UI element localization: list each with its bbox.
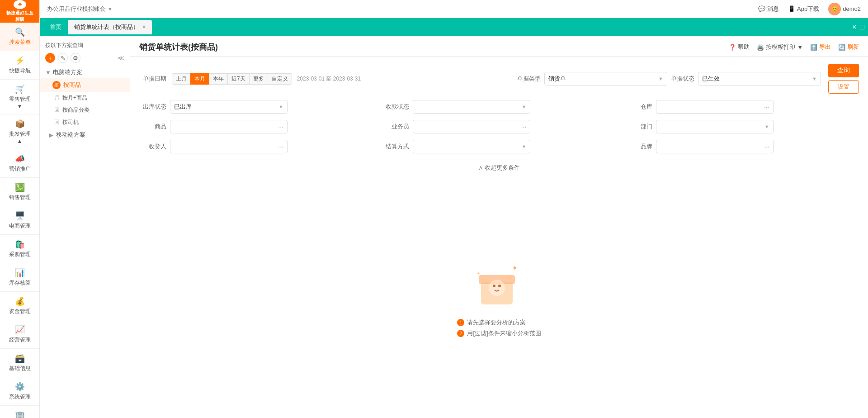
doc-status-value: 已生效 [702,75,720,83]
sidebar-item-marketing-label: 营销推广 [9,165,31,173]
refresh-btn[interactable]: 🔄 刷新 [838,43,859,51]
filter-row-4: 收货人 ··· 结算方式 ▼ 品牌 [139,140,859,153]
goods-input[interactable]: ··· [170,120,288,133]
sidebar-item-system[interactable]: ⚙️ 系统管理 [0,377,40,406]
scheme-desktop-group[interactable]: ▼ 电脑端方案 [40,66,130,78]
doc-status-label: 单据状态 [667,75,698,83]
date-tab-more[interactable]: 更多 [249,73,268,85]
collapse-row[interactable]: ∧ 收起更多条件 [139,160,859,176]
scheme-subitem-by-category[interactable]: 回 按商品分类 [40,104,130,116]
app-dropdown-icon[interactable]: ▼ [108,6,113,12]
sidebar-item-basic[interactable]: 🗃️ 基础信息 [0,349,40,377]
sidebar-item-purchase[interactable]: 🛍️ 采购管理 [0,235,40,263]
month-goods-label: 按月+商品 [62,94,87,102]
sidebar-item-shortcut[interactable]: ⚡ 快捷导航 [0,51,40,80]
date-tabs: 上月 本月 本年 近7天 更多 自定义 [172,73,292,85]
out-status-label: 出库状态 [139,103,170,111]
svg-text:✦: ✦ [512,264,518,272]
date-tab-week[interactable]: 近7天 [227,73,250,85]
download-item[interactable]: 📱 App下载 [788,5,819,13]
app-name: 办公用品行业模拟账套 ▼ [47,5,113,13]
dept-label: 部门 [625,123,656,131]
recipient-input[interactable]: ··· [170,140,288,153]
scheme-subitem-by-driver[interactable]: 回 按司机 [40,116,130,128]
sidebar-item-marketing[interactable]: 📣 营销推广 [0,149,40,178]
retail-expand-icon: ▼ [17,103,23,109]
date-tab-prev[interactable]: 上月 [172,73,191,85]
filter-field-out-status: 出库状态 已出库 ▼ [139,100,373,114]
user-avatar: 😊 [828,3,841,15]
goods-dots[interactable]: ··· [278,123,283,130]
user-item[interactable]: 😊 demo2 [828,3,861,15]
empty-num-1: 1 [457,319,464,326]
receipt-status-select[interactable]: ▼ [413,100,530,114]
payment-select[interactable]: ▼ [413,140,530,153]
sidebar-item-sales[interactable]: 💹 销售管理 [0,178,40,206]
sidebar-item-operation[interactable]: 📈 经营管理 [0,320,40,349]
export-btn[interactable]: ⬆️ 导出 [810,43,831,51]
message-item[interactable]: 💬 消息 [758,5,779,13]
logo-icon: ✦ [14,0,26,9]
scheme-item-by-goods[interactable]: 按 按商品 [40,78,130,92]
sidebar-item-ecommerce[interactable]: 🖥️ 电商管理 [0,206,40,235]
brand-input[interactable]: ··· [656,140,774,153]
scheme-edit-btn[interactable]: ✎ [58,53,68,63]
salesperson-dots[interactable]: ··· [521,123,527,130]
scheme-edit-icon: ✎ [61,55,66,62]
sidebar-item-search[interactable]: 🔍 搜索菜单 [0,23,40,51]
finance-icon: 💰 [15,296,25,306]
empty-tip-2-text: 用[过滤]条件来缩小分析范围 [467,329,541,337]
sidebar-item-basic-label: 基础信息 [9,365,31,372]
content-area: 按以下方案查询 + ✎ ⚙ ≪ ▼ 电脑端方案 [40,36,868,418]
salesperson-input[interactable]: ··· [413,120,530,133]
sidebar-item-retail[interactable]: 🛒 零售管理 ▼ [0,80,40,114]
date-tab-curr[interactable]: 本月 [190,73,209,85]
sidebar-item-operation-label: 经营管理 [9,336,31,344]
set-btn[interactable]: 设置 [828,80,859,94]
empty-tip-1-text: 请先选择要分析的方案 [467,318,526,327]
system-icon: ⚙️ [15,382,25,392]
doc-type-label: 单据类型 [514,75,544,83]
dept-select[interactable]: ▼ [656,120,774,133]
sidebar-item-wholesale[interactable]: 📦 批发管理 ▲ [0,114,40,149]
sidebar-item-purchase-label: 采购管理 [9,251,31,258]
tab-close-icon[interactable]: × [142,24,146,30]
recipient-dots[interactable]: ··· [278,143,283,150]
scheme-panel: 按以下方案查询 + ✎ ⚙ ≪ ▼ 电脑端方案 [40,36,130,418]
tab-active[interactable]: 销货单统计表（按商品） × [68,20,152,34]
scheme-mobile-group[interactable]: ▶ 移动端方案 [40,128,130,141]
sidebar-item-retail-label: 零售管理 [9,95,31,103]
category-label: 按商品分类 [62,106,90,114]
print-btn[interactable]: 🖨️ 按模板打印 ▼ [757,43,803,51]
filter-field-date: 单据日期 上月 本月 本年 近7天 更多 自定义 2023-03-01 至 20… [139,73,514,85]
warehouse-dots[interactable]: ··· [764,103,769,110]
brand-dots[interactable]: ··· [764,143,769,150]
sidebar-item-corp[interactable]: 🏢 企业协同 [0,406,40,418]
filter-field-warehouse: 仓库 ··· [625,100,859,114]
scheme-header-label: 按以下方案查询 [45,42,83,49]
doc-type-select[interactable]: 销货单 ▼ [544,72,667,86]
sales-icon: 💹 [15,182,25,192]
date-tab-custom[interactable]: 自定义 [268,73,292,85]
query-btn[interactable]: 查询 [828,64,859,77]
maximize-icon[interactable]: □ [860,23,864,31]
sidebar-item-inventory-label: 库存核算 [9,279,31,287]
sidebar-item-inventory[interactable]: 📊 库存核算 [0,263,40,292]
svg-text:✦: ✦ [476,271,480,276]
out-status-select[interactable]: 已出库 ▼ [170,100,288,114]
svg-point-5 [498,285,501,287]
scheme-collapse-btn[interactable]: ≪ [118,54,124,62]
retail-icon: 🛒 [15,84,25,94]
help-btn[interactable]: ❓ 帮助 [729,43,750,51]
minimize-icon[interactable]: × [852,23,856,31]
scheme-settings-btn[interactable]: ⚙ [71,53,80,63]
tab-bar: 首页 销货单统计表（按商品） × × □ [40,18,868,36]
date-tab-year[interactable]: 本年 [209,73,228,85]
warehouse-input[interactable]: ··· [656,100,774,114]
sidebar-item-finance[interactable]: 💰 资金管理 [0,292,40,320]
tab-home[interactable]: 首页 [43,20,68,34]
scheme-subitem-month-goods[interactable]: 月 按月+商品 [40,92,130,104]
doc-type-value: 销货单 [548,75,566,83]
doc-status-select[interactable]: 已生效 ▼ [698,72,821,86]
scheme-add-btn[interactable]: + [45,53,55,63]
